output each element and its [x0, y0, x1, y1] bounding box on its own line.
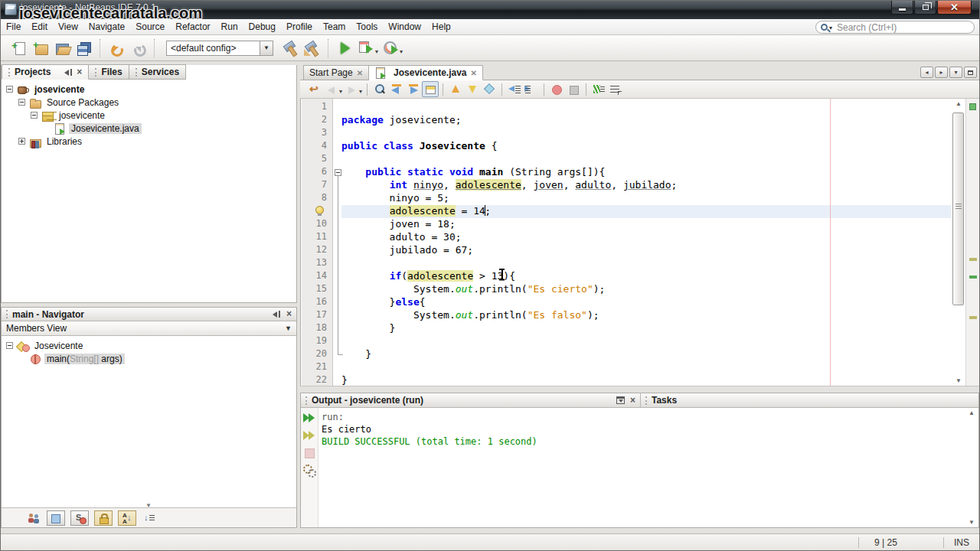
- find-selection-button[interactable]: [371, 81, 388, 97]
- editor-tab-start-page[interactable]: Start Page✕: [303, 65, 369, 80]
- menu-tools[interactable]: Tools: [351, 20, 383, 34]
- expander-minus-icon[interactable]: [18, 99, 25, 106]
- error-stripe[interactable]: [965, 99, 979, 386]
- output-scrollbar[interactable]: ▲ ▼: [965, 409, 978, 526]
- tree-item[interactable]: Josevicente.java: [2, 122, 296, 135]
- code-editor[interactable]: 1234567810111213141516171819202122 packa…: [300, 99, 979, 386]
- expander-plus-icon[interactable]: [18, 138, 25, 145]
- titlebar[interactable]: josevicente - NetBeans IDE 7.0.1 josevic…: [1, 1, 979, 19]
- code-line[interactable]: public class Josevicente {: [341, 140, 951, 153]
- clean-build-button[interactable]: [301, 37, 322, 59]
- fold-collapse-icon[interactable]: [335, 169, 341, 176]
- ant-settings-button[interactable]: [302, 464, 317, 478]
- gutter-line[interactable]: 11: [302, 231, 332, 244]
- tree-item[interactable]: main(String[] args): [2, 352, 296, 365]
- code-line[interactable]: jubilado = 67;: [341, 244, 951, 257]
- shift-line-right-button[interactable]: [523, 81, 540, 97]
- comment-button[interactable]: [590, 81, 607, 97]
- error-stripe-mark[interactable]: [969, 276, 977, 279]
- tab-list-dropdown-button[interactable]: ▾: [949, 67, 962, 78]
- code-line[interactable]: [341, 257, 951, 270]
- gutter-line[interactable]: 12: [302, 244, 332, 257]
- gutter-line[interactable]: 19: [302, 335, 332, 348]
- gutter-line[interactable]: 3: [302, 127, 332, 140]
- tree-item[interactable]: Source Packages: [2, 96, 296, 109]
- scroll-down-icon[interactable]: ▼: [956, 377, 962, 384]
- tasks-tab[interactable]: Tasks: [641, 393, 978, 407]
- gutter-line[interactable]: 13: [302, 257, 332, 270]
- code-line[interactable]: }: [341, 374, 951, 386]
- profile-button[interactable]: [380, 37, 401, 59]
- expander-minus-icon[interactable]: [31, 112, 38, 119]
- menu-window[interactable]: Window: [383, 20, 426, 34]
- error-stripe-mark[interactable]: [969, 258, 977, 261]
- gutter-line[interactable]: 17: [302, 309, 332, 322]
- code-line[interactable]: if(adolescente > 13){: [341, 270, 951, 283]
- scroll-up-icon[interactable]: ▲: [956, 100, 962, 107]
- menu-team[interactable]: Team: [318, 20, 351, 34]
- close-output-icon[interactable]: ×: [630, 397, 635, 404]
- forward-button[interactable]: [343, 81, 360, 97]
- output-tab[interactable]: Output - josevicente (run) ×: [301, 393, 641, 407]
- code-area[interactable]: package josevicente;public class Josevic…: [341, 99, 951, 386]
- close-panel-icon[interactable]: ×: [286, 311, 292, 318]
- gutter-line[interactable]: 1: [302, 101, 332, 114]
- code-line[interactable]: System.out.println("Es falso");: [341, 309, 951, 322]
- gutter-line[interactable]: 21: [302, 361, 332, 374]
- new-project-button[interactable]: [30, 37, 51, 59]
- menu-edit[interactable]: Edit: [26, 20, 53, 34]
- code-line[interactable]: adulto = 30;: [341, 231, 951, 244]
- tree-item[interactable]: josevicente: [2, 83, 296, 96]
- gutter-line[interactable]: 16: [302, 296, 332, 309]
- horizontal-splitter[interactable]: [300, 386, 979, 393]
- close-button[interactable]: ✕: [937, 1, 972, 15]
- minimize-output-icon[interactable]: [616, 396, 625, 404]
- next-bookmark-button[interactable]: [464, 81, 481, 97]
- menu-debug[interactable]: Debug: [243, 20, 281, 34]
- maximize-editor-button[interactable]: [964, 67, 977, 78]
- gutter-line[interactable]: 6: [302, 166, 332, 179]
- tab-projects[interactable]: Projects×: [2, 64, 89, 80]
- editor-scrollbar[interactable]: ▲ ▼: [952, 100, 965, 384]
- gutter-line[interactable]: 20: [302, 348, 332, 361]
- undo-button[interactable]: [106, 37, 127, 59]
- code-line[interactable]: [341, 127, 951, 140]
- gutter-line[interactable]: 8: [302, 192, 332, 205]
- code-line[interactable]: int ninyo, adolescente, joven, adulto, j…: [341, 179, 951, 192]
- menu-view[interactable]: View: [53, 20, 83, 34]
- code-line[interactable]: [341, 153, 951, 166]
- output-console[interactable]: run:Es ciertoBUILD SUCCESSFUL (total tim…: [322, 411, 963, 527]
- code-line[interactable]: System.out.println("Es cierto");: [341, 283, 951, 296]
- previous-bookmark-button[interactable]: [447, 81, 464, 97]
- error-stripe-mark[interactable]: [969, 316, 977, 319]
- config-combobox[interactable]: <default config>▼: [166, 41, 273, 56]
- gutter-line[interactable]: 2: [302, 114, 332, 127]
- code-line[interactable]: [341, 361, 951, 374]
- minimize-panel-icon[interactable]: [64, 69, 72, 76]
- menu-file[interactable]: File: [1, 20, 26, 34]
- code-line[interactable]: }: [341, 322, 951, 335]
- last-edit-location-button[interactable]: [306, 81, 323, 97]
- shift-line-left-button[interactable]: [506, 81, 523, 97]
- collapse-handle-icon[interactable]: ▼: [145, 502, 152, 509]
- editor-gutter[interactable]: 1234567810111213141516171819202122: [302, 99, 333, 386]
- menu-run[interactable]: Run: [216, 20, 243, 34]
- rerun-button[interactable]: [302, 411, 317, 425]
- back-button[interactable]: [323, 81, 340, 97]
- show-static-members-button[interactable]: [70, 510, 89, 526]
- menu-source[interactable]: Source: [130, 20, 170, 34]
- build-button[interactable]: [279, 37, 301, 59]
- code-line[interactable]: adolescente = 14;: [341, 205, 951, 218]
- new-file-button[interactable]: [8, 37, 30, 59]
- close-panel-icon[interactable]: ×: [77, 69, 82, 76]
- sort-by-source-button[interactable]: [142, 510, 157, 526]
- code-line[interactable]: [341, 335, 951, 348]
- find-next-occurrence-button[interactable]: [405, 81, 422, 97]
- expander-minus-icon[interactable]: [6, 86, 13, 93]
- tab-files[interactable]: Files: [89, 64, 129, 80]
- open-project-button[interactable]: [51, 37, 73, 59]
- save-all-button[interactable]: [73, 37, 94, 59]
- scrollbar-thumb[interactable]: [952, 112, 964, 305]
- toggle-bookmark-button[interactable]: [481, 81, 498, 97]
- stop-macro-recording-button[interactable]: [565, 81, 582, 97]
